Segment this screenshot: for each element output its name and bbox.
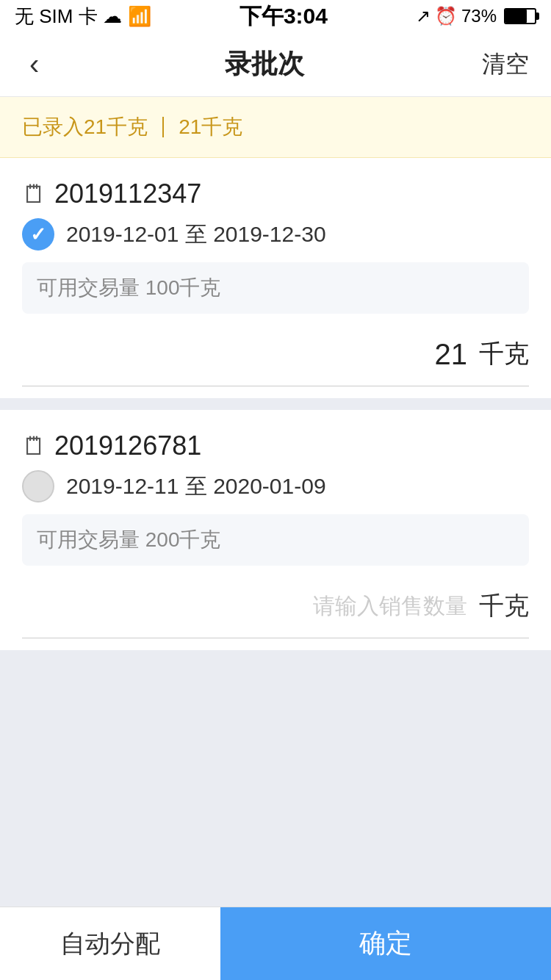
batch-2-input-placeholder[interactable]: 请输入销售数量 (313, 591, 467, 621)
batch-card-2: 🗒 2019126781 ✓ 2019-12-11 至 2020-01-09 可… (0, 410, 551, 650)
status-right: ↗ ⏰ 73% (416, 6, 536, 26)
batch-1-bottom-space (0, 386, 551, 398)
confirm-button[interactable]: 确定 (220, 907, 551, 980)
batch-2-input-unit: 千克 (479, 589, 529, 623)
batch-card-1: 🗒 2019112347 ✓ 2019-12-01 至 2019-12-30 可… (0, 158, 551, 398)
batch-2-id: 2019126781 (54, 430, 201, 461)
summary-amount: 21千克 (179, 113, 242, 141)
summary-bar: 已录入21千克 21千克 (0, 97, 551, 158)
batch-1-available: 可用交易量 100千克 (22, 262, 529, 314)
batch-2-header: 🗒 2019126781 (0, 410, 551, 470)
wifi-icon: 📶 (128, 5, 151, 28)
batch-2-checkbox[interactable]: ✓ (22, 470, 54, 502)
batch-1-quantity-row: 21 千克 (0, 325, 551, 386)
batch-2-available: 可用交易量 200千克 (22, 514, 529, 566)
location-icon: ↗ (416, 6, 431, 26)
back-button[interactable]: ‹ (22, 40, 46, 88)
summary-divider (162, 117, 164, 137)
batch-2-bottom-space (0, 638, 551, 650)
nav-bar: ‹ 录批次 清空 (0, 32, 551, 97)
page-title: 录批次 (225, 46, 304, 82)
no-sim-text: 无 SIM 卡 ☁ (15, 4, 122, 29)
batch-1-checkbox[interactable]: ✓ (22, 218, 54, 251)
batch-1-quantity-unit: 千克 (479, 337, 529, 371)
alarm-icon: ⏰ (435, 6, 457, 26)
battery-percent: 73% (461, 6, 497, 26)
batch-1-quantity-value: 21 (435, 338, 468, 371)
batch-1-date: 2019-12-01 至 2019-12-30 (66, 220, 326, 250)
batch-1-date-row: ✓ 2019-12-01 至 2019-12-30 (0, 218, 551, 262)
entered-label: 已录入21千克 (22, 113, 148, 141)
batch-1-id: 2019112347 (54, 179, 201, 209)
section-separator-1 (0, 398, 551, 410)
status-time: 下午3:04 (240, 1, 328, 32)
checkmark-icon: ✓ (30, 223, 46, 246)
status-bar: 无 SIM 卡 ☁ 📶 下午3:04 ↗ ⏰ 73% (0, 0, 551, 32)
batch-2-date: 2019-12-11 至 2020-01-09 (66, 472, 326, 502)
clear-button[interactable]: 清空 (482, 48, 529, 81)
batch-1-icon: 🗒 (22, 180, 47, 209)
batch-2-icon: 🗒 (22, 432, 47, 461)
section-separator-2 (0, 650, 551, 662)
batch-2-input-row[interactable]: 请输入销售数量 千克 (0, 577, 551, 638)
batch-1-header: 🗒 2019112347 (0, 158, 551, 218)
bottom-bar: 自动分配 确定 (0, 907, 551, 980)
batch-2-date-row: ✓ 2019-12-11 至 2020-01-09 (0, 470, 551, 514)
battery-icon (504, 8, 536, 24)
status-left: 无 SIM 卡 ☁ 📶 (15, 4, 151, 29)
auto-distribute-button[interactable]: 自动分配 (0, 907, 220, 980)
